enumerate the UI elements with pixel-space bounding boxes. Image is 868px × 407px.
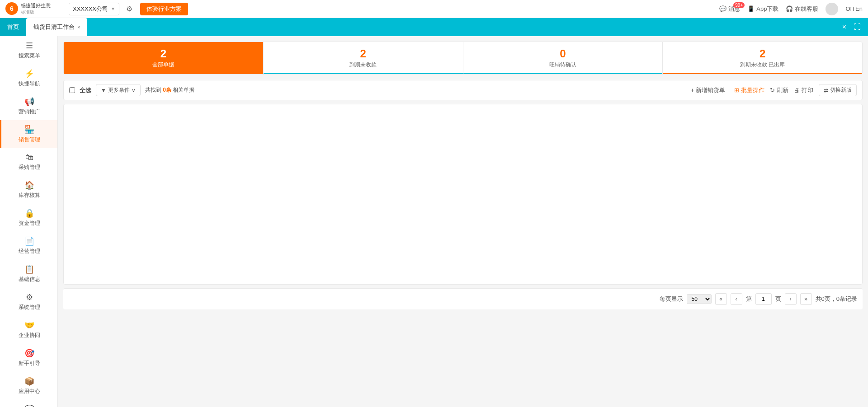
- total-label: 共0页，0条记录: [816, 295, 857, 303]
- select-all-label: 全选: [80, 86, 91, 94]
- sidebar-item-cooperation[interactable]: 🤝 企业协同: [0, 316, 57, 344]
- app-name: 畅捷通好生意: [21, 2, 51, 9]
- marketing-icon: 📢: [24, 97, 34, 107]
- sidebar-item-finance[interactable]: 🔒 资金管理: [0, 204, 57, 232]
- sidebar-item-label: 基础信息: [19, 276, 40, 283]
- batch-operation-button[interactable]: ⊞ 批量操作: [734, 86, 764, 94]
- stats-cards: 2 全部单据 2 到期未收款 0 旺辅待确认 2 到期未收款 已出库: [63, 42, 863, 75]
- sidebar-item-app-center[interactable]: 📦 应用中心: [0, 372, 57, 400]
- sidebar-item-wechat[interactable]: 💬 企业微信: [0, 400, 57, 407]
- wechat-icon: 💬: [24, 404, 34, 407]
- stat-num-all: 2: [73, 47, 254, 60]
- sidebar-item-search-menu[interactable]: ☰ 搜索菜单: [0, 36, 57, 64]
- sidebar-item-marketing[interactable]: 📢 营销推广: [0, 92, 57, 120]
- messages-button[interactable]: 💬 消息 99+: [719, 5, 740, 13]
- switch-version-button[interactable]: ⇄ 切换新版: [819, 84, 857, 96]
- pagination-bar: 每页显示 50 100 200 « ‹ 第 页 › » 共0页，0条记录: [63, 288, 863, 309]
- sidebar-item-label: 经营管理: [19, 248, 40, 255]
- batch-icon: ⊞: [734, 87, 739, 94]
- app-download-label: App下载: [756, 5, 778, 13]
- page-input[interactable]: [755, 293, 772, 305]
- switch-icon: ⇄: [824, 87, 828, 94]
- search-menu-icon: ☰: [26, 41, 33, 51]
- avatar[interactable]: [826, 3, 838, 15]
- refresh-button[interactable]: ↻ 刷新: [770, 86, 788, 94]
- sidebar-item-operations[interactable]: 📄 经营管理: [0, 232, 57, 260]
- sidebar-item-label: 采购管理: [19, 164, 40, 171]
- tab-home[interactable]: 首页: [0, 18, 26, 36]
- sidebar-item-purchase[interactable]: 🛍 采购管理: [0, 148, 57, 176]
- print-button[interactable]: 🖨 打印: [794, 86, 813, 94]
- found-text: 共找到 0条 相关单据: [145, 86, 194, 94]
- page-prefix: 第: [746, 295, 752, 303]
- logo-area: 6 畅捷通好生意 标准版: [5, 2, 63, 15]
- system-icon: ⚙: [26, 292, 33, 302]
- new-order-button[interactable]: + 新增销货单: [687, 84, 729, 96]
- sidebar-item-guide[interactable]: 🎯 新手引导: [0, 344, 57, 372]
- stat-num-overdue: 2: [273, 47, 454, 60]
- header-right: 💬 消息 99+ 📱 App下载 🎧 在线客服 OfTEn: [719, 3, 863, 15]
- stat-card-overdue[interactable]: 2 到期未收款: [264, 42, 463, 74]
- operations-icon: 📄: [24, 236, 34, 246]
- select-all-checkbox[interactable]: [69, 87, 75, 93]
- username: OfTEn: [845, 5, 863, 12]
- found-prefix: 共找到: [145, 87, 161, 93]
- tab-expand-button[interactable]: ⛶: [852, 21, 863, 33]
- stat-card-all[interactable]: 2 全部单据: [64, 42, 264, 74]
- per-page-label: 每页显示: [660, 295, 683, 303]
- app-center-icon: 📦: [24, 376, 34, 386]
- sidebar-item-label: 销售管理: [19, 136, 40, 144]
- settings-button[interactable]: ⚙: [123, 3, 136, 15]
- sidebar-item-sales[interactable]: 🏪 销售管理: [0, 120, 57, 148]
- company-arrow-icon: ▼: [111, 6, 115, 11]
- more-filter-button[interactable]: ▼ 更多条件 ∨: [96, 84, 141, 96]
- tab-home-label: 首页: [7, 23, 19, 31]
- sidebar-item-label: 快捷导航: [19, 80, 40, 88]
- tab-close-icon[interactable]: ×: [77, 24, 80, 30]
- next-page-icon: ›: [790, 296, 792, 302]
- stat-label-pending: 旺辅待确认: [472, 61, 654, 69]
- trial-button[interactable]: 体验行业方案: [140, 3, 188, 15]
- sidebar-item-system[interactable]: ⚙ 系统管理: [0, 288, 57, 316]
- app-download-button[interactable]: 📱 App下载: [747, 5, 778, 13]
- basic-info-icon: 📋: [24, 264, 34, 274]
- sidebar-item-label: 新手引导: [19, 360, 40, 367]
- message-badge: 99+: [733, 2, 745, 8]
- refresh-icon: ↻: [770, 87, 775, 94]
- stat-card-overdue-out[interactable]: 2 到期未收款 已出库: [663, 42, 862, 74]
- tab-bar-actions: × ⛶: [840, 21, 868, 33]
- last-page-button[interactable]: »: [800, 293, 812, 305]
- stat-card-pending[interactable]: 0 旺辅待确认: [463, 42, 663, 74]
- next-page-button[interactable]: ›: [785, 293, 797, 305]
- guide-icon: 🎯: [24, 348, 34, 358]
- found-suffix: 相关单据: [173, 87, 194, 93]
- tab-workbench[interactable]: 钱货日清工作台 ×: [26, 18, 87, 36]
- sidebar: ☰ 搜索菜单 ⚡ 快捷导航 📢 营销推广 🏪 销售管理 🛍 采购管理 🏠 库存核…: [0, 36, 58, 407]
- table-area: [63, 104, 863, 285]
- toolbar-left: 全选 ▼ 更多条件 ∨ 共找到 0条 相关单据: [69, 84, 682, 96]
- page-suffix: 页: [775, 295, 781, 303]
- batch-label: 批量操作: [741, 86, 764, 94]
- online-service-label: 在线客服: [795, 5, 818, 13]
- inventory-icon: 🏠: [24, 180, 34, 190]
- company-selector[interactable]: XXXXXX公司 ▼: [69, 3, 119, 15]
- first-page-icon: «: [719, 296, 722, 302]
- found-count: 0条: [163, 87, 171, 93]
- sidebar-item-basic-info[interactable]: 📋 基础信息: [0, 260, 57, 288]
- tab-close-button[interactable]: ×: [840, 21, 848, 33]
- top-header: 6 畅捷通好生意 标准版 XXXXXX公司 ▼ ⚙ 体验行业方案 💬 消息 99…: [0, 0, 868, 18]
- tab-bar: 首页 钱货日清工作台 × × ⛶: [0, 18, 868, 36]
- online-service-button[interactable]: 🎧 在线客服: [786, 5, 818, 13]
- per-page-select[interactable]: 50 100 200: [687, 294, 712, 304]
- sidebar-item-inventory[interactable]: 🏠 库存核算: [0, 176, 57, 204]
- sales-icon: 🏪: [24, 125, 34, 135]
- first-page-button[interactable]: «: [715, 293, 727, 305]
- stat-label-overdue-out: 到期未收款 已出库: [672, 61, 853, 69]
- refresh-label: 刷新: [777, 86, 788, 94]
- sidebar-item-label: 企业协同: [19, 332, 40, 339]
- purchase-icon: 🛍: [25, 153, 33, 162]
- message-icon: 💬: [719, 5, 726, 12]
- sidebar-item-quick-nav[interactable]: ⚡ 快捷导航: [0, 64, 57, 92]
- prev-page-icon: ‹: [736, 296, 737, 302]
- prev-page-button[interactable]: ‹: [731, 293, 742, 305]
